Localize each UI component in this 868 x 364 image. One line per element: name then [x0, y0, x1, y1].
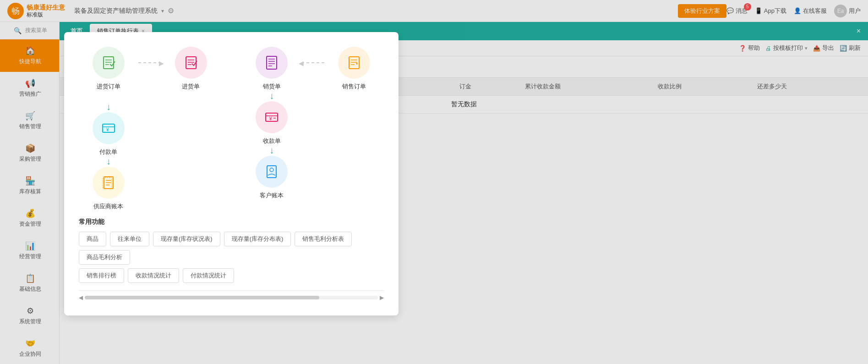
col1-arrow-down: ↓ [106, 102, 111, 112]
function-buttons-row2: 销售排行榜 收款情况统计 付款情况统计 [79, 268, 384, 283]
scroll-left-arrow[interactable]: ◀ [79, 294, 83, 301]
dashed-arrow-1: ▶ [138, 62, 161, 63]
svg-text:¥: ¥ [269, 116, 272, 121]
svg-rect-16 [267, 56, 277, 69]
flow-node-sales-bill[interactable]: 销货单 [256, 47, 288, 91]
common-functions: 常用功能 商品 往来单位 现存量(库存状况表) 现存量(库存分布表) 销售毛利分… [79, 218, 384, 283]
scroll-track[interactable] [85, 296, 378, 299]
sales-bill-label: 销货单 [263, 82, 281, 91]
supplier-account-circle [93, 167, 125, 199]
common-title: 常用功能 [79, 218, 384, 226]
purchase-bill-circle [175, 47, 207, 79]
modal: 进货订单 ↓ [64, 32, 399, 315]
col1-arrow-down2: ↓ [106, 156, 111, 167]
spacer-mid [221, 47, 242, 211]
modal-scrollbar: ◀ ▶ [79, 290, 384, 301]
h-arrow-1: ▶ [138, 47, 161, 211]
content-area: 首页 销售订单执行表 × × ❓ 帮助 🖨 [60, 22, 868, 364]
flow-node-supplier-account[interactable]: 供应商账本 [93, 167, 125, 211]
sales-order-circle [338, 47, 370, 79]
supplier-account-label: 供应商账本 [93, 202, 123, 211]
main-layout: 🔍 搜索菜单 🏠 快捷导航 📢 营销推广 🛒 销售管理 📦 采购管理 🏪 [0, 22, 868, 364]
flow-node-purchase-order[interactable]: 进货订单 [93, 47, 125, 91]
sales-order-label: 销售订单 [342, 82, 366, 91]
purchase-bill-label: 进货单 [182, 82, 200, 91]
svg-rect-12 [186, 57, 196, 69]
function-buttons-row1: 商品 往来单位 现存量(库存状况表) 现存量(库存分布表) 销售毛利分析表 商品… [79, 232, 384, 265]
svg-text:¥: ¥ [106, 127, 109, 132]
flow-col1: 进货订单 ↓ [79, 47, 138, 211]
func-btn-inventory-status[interactable]: 现存量(库存状况表) [153, 232, 220, 246]
func-btn-counterpart[interactable]: 往来单位 [110, 232, 149, 246]
flow-col2: 进货单 [161, 47, 221, 211]
receipt-bill-circle: ¥ [256, 101, 288, 133]
flow-node-purchase-bill[interactable]: 进货单 [175, 47, 207, 91]
scroll-right-arrow[interactable]: ▶ [380, 294, 384, 301]
svg-point-26 [270, 168, 273, 172]
flow-node-payment-bill[interactable]: ¥ 付款单 [93, 112, 125, 156]
flow-node-customer-account[interactable]: 客户账本 [256, 156, 288, 200]
col3-arrow-down: ↓ [269, 91, 274, 101]
func-btn-sales-ranking[interactable]: 销售排行榜 [79, 268, 124, 283]
purchase-order-circle [93, 47, 125, 79]
scroll-thumb [85, 296, 319, 299]
col3-arrow-down2: ↓ [269, 145, 274, 156]
receipt-bill-label: 收款单 [263, 137, 281, 145]
app-container: 畅 畅康通好生意 标准版 装备及固定资产辅助管理系统 ▾ ⚙ 体验行业方案 💬 … [0, 0, 868, 364]
dashed-arrow-2: ◀ [301, 62, 324, 63]
col3-arrow: ↓ [269, 91, 274, 101]
h-arrow-2: ◀ [301, 47, 324, 211]
flow-node-receipt-bill[interactable]: ¥ 收款单 [256, 101, 288, 145]
func-btn-inventory-distribution[interactable]: 现存量(库存分布表) [224, 232, 291, 246]
func-btn-sales-profit-analysis[interactable]: 销售毛利分析表 [295, 232, 352, 246]
func-btn-product[interactable]: 商品 [79, 232, 106, 246]
flow-node-sales-order[interactable]: 销售订单 [338, 47, 370, 91]
flow-col3: 销货单 ↓ ¥ [242, 47, 301, 211]
purchase-order-label: 进货订单 [97, 82, 120, 91]
arrow-down-2: ↓ [106, 156, 111, 167]
payment-bill-circle: ¥ [93, 112, 125, 144]
modal-overlay[interactable]: 进货订单 ↓ [60, 22, 868, 364]
col3-arrow2: ↓ [269, 145, 274, 156]
customer-account-circle [256, 156, 288, 188]
flow-diagram: 进货订单 ↓ [79, 47, 384, 211]
payment-bill-label: 付款单 [99, 148, 117, 156]
func-btn-payment-stats[interactable]: 付款情况统计 [183, 268, 234, 283]
arrow-down-1: ↓ [106, 102, 111, 112]
func-btn-receipt-stats[interactable]: 收款情况统计 [128, 268, 179, 283]
flow-col4: 销售订单 [324, 47, 384, 211]
sales-bill-circle [256, 47, 288, 79]
func-btn-product-profit-analysis[interactable]: 商品毛利分析 [79, 250, 130, 265]
svg-rect-27 [349, 57, 359, 69]
customer-account-label: 客户账本 [260, 191, 284, 200]
svg-rect-0 [104, 57, 114, 69]
